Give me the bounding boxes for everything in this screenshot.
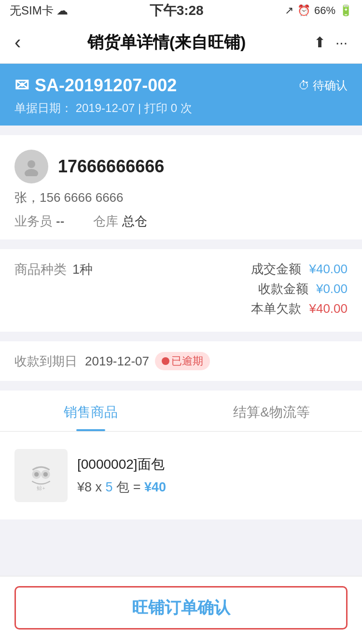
product-name: [0000002]面包	[77, 455, 348, 474]
location-icon: ↗	[285, 4, 293, 17]
order-status: ⏱ 待确认	[298, 78, 348, 93]
tab-settlement[interactable]: 结算&物流等	[181, 391, 362, 431]
svg-point-5	[43, 472, 48, 476]
amount-summary: 成交金额 ¥40.00 收款金额 ¥0.00 本单欠款 ¥40.00	[251, 261, 348, 320]
owed-label: 本单欠款	[251, 300, 301, 317]
tabs-section: 销售商品 结算&物流等 鲸+ [0000002]面包 ¥	[0, 391, 362, 519]
order-id: ✉ SA-20191207-002	[14, 75, 177, 96]
overdue-dot-icon	[162, 357, 169, 365]
product-total: ¥40	[144, 480, 166, 494]
customer-name: 张，156 6666 6666	[14, 189, 348, 206]
svg-point-1	[25, 169, 38, 176]
warehouse-label: 仓库	[93, 213, 118, 230]
product-qty: 5	[106, 480, 113, 494]
received-label: 收款金额	[258, 280, 308, 297]
amount-label: 成交金额	[251, 261, 301, 278]
tab-products[interactable]: 销售商品	[0, 391, 181, 431]
bottom-bar: 旺铺订单确认	[0, 576, 362, 644]
status-right: ↗ ⏰ 66% 🔋	[285, 4, 352, 17]
svg-point-4	[34, 472, 39, 476]
customer-meta: 业务员 -- 仓库 总仓	[14, 213, 348, 230]
product-info: [0000002]面包 ¥8 x 5 包 = ¥40	[77, 455, 348, 496]
sales-label: 业务员	[14, 213, 52, 230]
more-icon[interactable]: ···	[335, 34, 348, 51]
due-date-section: 收款到期日 2019-12-07 已逾期	[0, 341, 362, 381]
status-time: 下午3:28	[150, 1, 204, 20]
tabs-header: 销售商品 结算&物流等	[0, 391, 362, 432]
status-clock-icon: ⏱	[298, 79, 310, 92]
product-thumbnail: 鲸+	[14, 449, 68, 502]
warehouse-value: 总仓	[122, 213, 147, 230]
received-value: ¥0.00	[316, 281, 348, 296]
product-type-label: 商品种类	[14, 261, 67, 278]
alarm-icon: ⏰	[297, 4, 310, 17]
customer-phone: 17666666666	[58, 156, 164, 177]
product-price: ¥8 x 5 包 = ¥40	[77, 478, 348, 496]
order-icon: ✉	[14, 75, 29, 96]
sales-value: --	[56, 214, 64, 229]
product-list: 鲸+ [0000002]面包 ¥8 x 5 包 = ¥40	[0, 432, 362, 519]
battery-icon: 🔋	[339, 4, 352, 17]
customer-card: 17666666666 张，156 6666 6666 业务员 -- 仓库 总仓	[0, 135, 362, 239]
order-date: 单据日期： 2019-12-07 | 打印 0 次	[14, 100, 348, 116]
order-header-card: ✉ SA-20191207-002 ⏱ 待确认 单据日期： 2019-12-07…	[0, 64, 362, 126]
confirm-order-button[interactable]: 旺铺订单确认	[14, 586, 348, 630]
status-left: 无SIM卡 ☁	[10, 3, 68, 18]
amount-value: ¥40.00	[309, 262, 348, 277]
share-icon[interactable]: ⬆	[314, 34, 326, 51]
due-value: 2019-12-07	[85, 354, 149, 369]
overdue-badge: 已逾期	[155, 352, 210, 370]
product-type-value: 1种	[72, 261, 93, 278]
owed-value: ¥40.00	[309, 301, 348, 316]
sim-status: 无SIM卡 ☁	[10, 3, 68, 18]
page-title: 销货单详情(来自旺铺)	[43, 31, 290, 54]
due-label: 收款到期日	[14, 353, 77, 370]
svg-point-0	[28, 160, 35, 168]
back-button[interactable]: ‹	[14, 31, 43, 53]
battery-status: 66%	[314, 4, 335, 17]
nav-bar: ‹ 销货单详情(来自旺铺) ⬆ ···	[0, 21, 362, 64]
summary-section: 商品种类 1种 成交金额 ¥40.00 收款金额 ¥0.00 本单欠款 ¥40.…	[0, 249, 362, 332]
svg-text:鲸+: 鲸+	[37, 485, 45, 491]
product-item: 鲸+ [0000002]面包 ¥8 x 5 包 = ¥40	[14, 441, 348, 510]
nav-actions: ⬆ ···	[290, 34, 348, 51]
avatar	[14, 150, 48, 183]
status-bar: 无SIM卡 ☁ 下午3:28 ↗ ⏰ 66% 🔋	[0, 0, 362, 21]
